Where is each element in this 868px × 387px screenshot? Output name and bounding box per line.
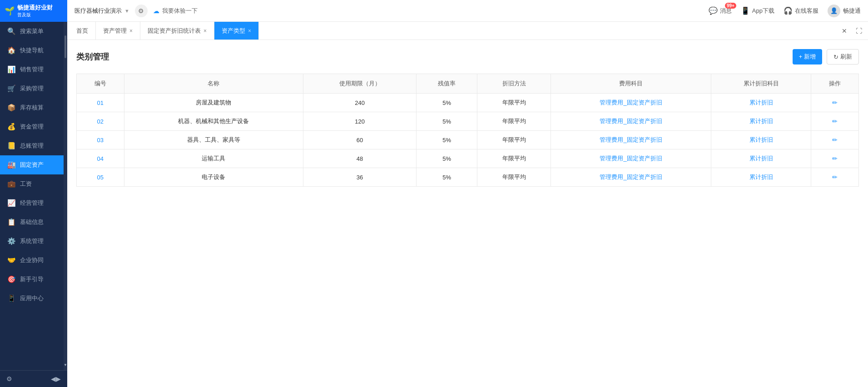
add-button[interactable]: + 新增 [793,49,822,64]
cell-code: 05 [77,168,124,187]
code-link[interactable]: 03 [97,137,104,144]
demo-selector[interactable]: 医疗器械行业演示 ▼ [74,7,129,15]
code-link[interactable]: 02 [97,118,104,125]
ledger-icon: 📒 [7,142,15,150]
topbar-settings-button[interactable]: ⚙ [135,5,148,17]
edit-icon[interactable]: ✏ [832,99,838,106]
col-residual: 残值率 [417,74,477,94]
sidebar-item-guide[interactable]: 🎯 新手引导 [0,270,64,289]
expense-link[interactable]: 管理费用_固定资产折旧 [600,136,662,143]
col-action: 操作 [811,74,859,94]
cell-method: 年限平均 [477,131,551,149]
edit-icon[interactable]: ✏ [832,174,838,181]
sidebar-item-search[interactable]: 🔍 搜索菜单 [0,22,64,41]
tab-asset-type-label: 资产类型 [222,27,245,35]
depreciation-link[interactable]: 累计折旧 [749,136,773,143]
sidebar-item-capital[interactable]: 💰 资金管理 [0,117,64,136]
tabs-bar: 首页 资产管理 × 固定资产折旧统计表 × 资产类型 × ✕ ⛶ [67,22,868,40]
sidebar-item-fixed-assets[interactable]: 🏭 固定资产 [0,155,64,174]
sidebar-scroll-down[interactable]: ▼ [64,361,67,368]
code-link[interactable]: 05 [97,174,104,181]
edit-icon[interactable]: ✏ [832,118,838,125]
cell-code: 04 [77,149,124,168]
sidebar-item-operations[interactable]: 📈 经营管理 [0,194,64,213]
tabs-right-controls: ✕ ⛶ [835,22,868,40]
tab-close-button[interactable]: ✕ [839,25,850,36]
sidebar-item-basic-info[interactable]: 📋 基础信息 [0,213,64,232]
sidebar-item-quick-nav[interactable]: 🏠 快捷导航 [0,41,64,60]
cell-method: 年限平均 [477,168,551,187]
tab-close-icon[interactable]: × [203,28,207,34]
user-menu[interactable]: 👤 畅捷通 [828,5,861,17]
col-depreciation: 累计折旧科目 [711,74,811,94]
tab-asset-management[interactable]: 资产管理 × [96,22,140,40]
cell-residual: 5% [417,149,477,168]
sidebar-item-purchase[interactable]: 🛒 采购管理 [0,79,64,98]
tab-home[interactable]: 首页 [69,22,96,40]
sidebar-item-enterprise[interactable]: 🤝 企业协同 [0,251,64,270]
tab-asset-type[interactable]: 资产类型 × [214,22,259,40]
topbar-right: 💬 消息 99+ 📱 App下载 🎧 在线客服 👤 畅捷通 [709,5,861,17]
messages-button[interactable]: 💬 消息 99+ [709,6,732,15]
sidebar-item-label: 总账管理 [20,142,44,150]
col-code: 编号 [77,74,124,94]
depreciation-link[interactable]: 累计折旧 [749,99,773,106]
cell-code: 03 [77,131,124,149]
cell-depreciation: 累计折旧 [711,94,811,112]
sidebar-item-system[interactable]: ⚙️ 系统管理 [0,232,64,251]
cell-expense: 管理费用_固定资产折旧 [551,131,711,149]
tab-expand-button[interactable]: ⛶ [853,25,864,36]
cell-expense: 管理费用_固定资产折旧 [551,168,711,187]
category-table: 编号 名称 使用期限（月） 残值率 折旧方法 费用科目 累计折旧科目 操作 01… [76,74,859,187]
cloud-icon: ☁ [153,7,159,15]
app-logo: 🌱 畅捷通好业财 普及版 [0,0,67,22]
sidebar-item-app-center[interactable]: 📱 应用中心 [0,289,64,308]
tab-close-icon[interactable]: × [129,28,133,34]
cell-depreciation: 累计折旧 [711,131,811,149]
enterprise-icon: 🤝 [7,256,15,264]
cell-action: ✏ [811,94,859,112]
tab-asset-management-label: 资产管理 [103,27,127,35]
refresh-icon: ↻ [833,54,838,60]
experience-button[interactable]: ☁ 我要体验一下 [153,7,198,15]
edit-icon[interactable]: ✏ [832,136,838,144]
service-icon: 🎧 [784,6,793,15]
depreciation-link[interactable]: 累计折旧 [749,118,773,124]
cell-action: ✏ [811,149,859,168]
sidebar-item-inventory[interactable]: 📦 库存核算 [0,98,64,117]
depreciation-link[interactable]: 累计折旧 [749,155,773,162]
edit-icon[interactable]: ✏ [832,155,838,162]
collapse-icon[interactable]: ◀▶ [51,375,61,382]
app-download-button[interactable]: 📱 App下载 [741,6,774,15]
expense-link[interactable]: 管理费用_固定资产折旧 [600,99,662,106]
payroll-icon: 💼 [7,180,15,188]
code-link[interactable]: 04 [97,155,104,162]
code-link[interactable]: 01 [97,99,104,106]
table-header-row: 编号 名称 使用期限（月） 残值率 折旧方法 费用科目 累计折旧科目 操作 [77,74,859,94]
sidebar-item-label: 系统管理 [20,237,44,245]
expense-link[interactable]: 管理费用_固定资产折旧 [600,174,662,180]
expense-link[interactable]: 管理费用_固定资产折旧 [600,155,662,162]
sidebar-item-label: 销售管理 [20,65,44,74]
sidebar-item-sales[interactable]: 📊 销售管理 [0,60,64,79]
sidebar: 🌱 畅捷通好业财 普及版 🔍 搜索菜单 🏠 快捷导航 📊 销售管理 🛒 采购管理 [0,0,67,387]
tab-depreciation-table[interactable]: 固定资产折旧统计表 × [140,22,214,40]
expense-link[interactable]: 管理费用_固定资产折旧 [600,118,662,124]
cell-residual: 5% [417,94,477,112]
depreciation-link[interactable]: 累计折旧 [749,174,773,180]
sidebar-item-label: 工资 [20,180,32,188]
table-row: 04 运输工具 48 5% 年限平均 管理费用_固定资产折旧 累计折旧 ✏ [77,149,859,168]
tab-close-icon[interactable]: × [248,28,251,34]
sidebar-item-payroll[interactable]: 💼 工资 [0,174,64,194]
topbar: 医疗器械行业演示 ▼ ⚙ ☁ 我要体验一下 💬 消息 99+ 📱 App下载 🎧… [67,0,868,22]
messages-badge: 99+ [725,3,736,9]
sidebar-item-label: 应用中心 [20,294,44,303]
cell-action: ✏ [811,112,859,131]
sidebar-scrollbar[interactable]: ▼ [64,22,67,370]
settings-icon[interactable]: ⚙ [6,375,12,382]
customer-service-button[interactable]: 🎧 在线客服 [784,6,818,15]
refresh-button[interactable]: ↻ 刷新 [827,49,859,64]
sidebar-item-ledger[interactable]: 📒 总账管理 [0,136,64,155]
cell-name: 器具、工具、家具等 [124,131,303,149]
customer-service-label: 在线客服 [795,7,818,15]
